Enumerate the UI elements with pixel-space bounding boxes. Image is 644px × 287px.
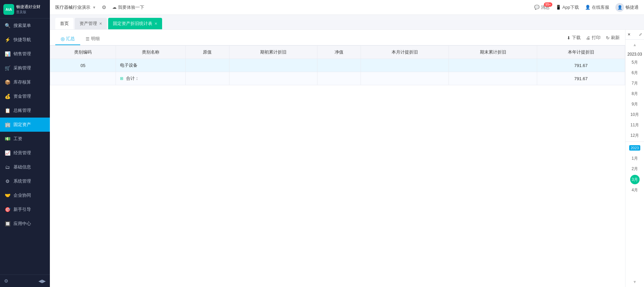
sidebar-label-sysmanage: 系统管理 [13, 178, 31, 184]
sidebar-item-cooperation[interactable]: 🤝 企业协同 [0, 188, 50, 202]
sidebar-collapse-icon[interactable]: ◀▶ [38, 278, 46, 284]
print-label: 打印 [592, 35, 601, 41]
month-item-7[interactable]: 7月 [625, 78, 644, 89]
sidebar-item-quicknav[interactable]: ⚡ 快捷导航 [0, 33, 50, 47]
guide-icon: 🎯 [4, 206, 11, 213]
user-menu-button[interactable]: 👤 畅捷通 [615, 3, 639, 12]
download-label: 下载 [572, 35, 581, 41]
user-avatar: 👤 [615, 3, 624, 12]
purchase-icon: 🛒 [4, 65, 11, 71]
logo-icon: AtA [3, 4, 14, 15]
tab-asset-manage[interactable]: 资产管理 ✕ [75, 18, 107, 29]
year-label-top: 2023.03 [625, 50, 644, 57]
tab-home[interactable]: 首页 [55, 18, 73, 29]
ledger-icon: 📋 [4, 107, 11, 114]
month-list: 5月 6月 7月 8月 9月 10月 11月 12月 2023 1月 2月 3月… [625, 57, 644, 277]
sidebar-item-ledger[interactable]: 📋 总账管理 [0, 103, 50, 118]
month-item-8[interactable]: 8月 [625, 89, 644, 99]
panel-down-arrow[interactable]: ▼ [625, 278, 644, 286]
month-item-5[interactable]: 5月 [625, 57, 644, 68]
tab-asset-close-icon[interactable]: ✕ [99, 22, 102, 26]
sidebar-item-guide[interactable]: 🎯 新手引导 [0, 202, 50, 217]
month-item-1[interactable]: 1月 [625, 153, 644, 164]
month-item-11[interactable]: 11月 [625, 120, 644, 130]
appdownload-icon: 📱 [556, 5, 561, 10]
company-selector[interactable]: 医疗器械行业演示 ▼ [55, 4, 96, 10]
month-item-6[interactable]: 6月 [625, 68, 644, 78]
month-item-10[interactable]: 10月 [625, 109, 644, 120]
total-period-end [449, 72, 537, 85]
month-item-3-active[interactable]: 3月 [630, 175, 640, 184]
service-icon: 👤 [585, 5, 590, 10]
col-period-end-depreciation: 期末累计折旧 [449, 46, 537, 59]
app-download-label: App下载 [562, 4, 579, 10]
panel-expand-icon[interactable]: ⤢ [639, 32, 642, 37]
sub-tabs-bar: ◎ 汇总 ☰ 明细 ⬇ 下载 🖨 打印 [50, 30, 625, 45]
cell-category-code: 05 [50, 59, 116, 72]
sidebar-settings-icon[interactable]: ⚙ [4, 278, 8, 284]
month-item-9[interactable]: 9月 [625, 99, 644, 109]
sidebar-item-bizmanage[interactable]: 📈 经营管理 [0, 146, 50, 160]
total-net [317, 72, 361, 85]
tab-depreciation-close-icon[interactable]: ✕ [154, 22, 157, 26]
sidebar-item-sales[interactable]: 📊 销售管理 [0, 47, 50, 61]
sub-tab-detail[interactable]: ☰ 明细 [80, 33, 105, 45]
summary-circle-icon: ◎ [61, 36, 65, 41]
sales-icon: 📊 [4, 51, 11, 57]
sidebar-label-fixedasset: 固定资产 [13, 122, 31, 128]
cell-category-name: 电子设备 [116, 59, 186, 72]
depreciation-table: 类别编码 类别名称 原值 期初累计折旧 净值 本月计提折旧 期末累计折旧 本年计… [50, 45, 625, 85]
basicinfo-icon: 🗂 [4, 164, 11, 170]
sub-tab-detail-label: 明细 [91, 36, 100, 42]
month-item-4[interactable]: 4月 [625, 185, 644, 195]
topbar-settings-button[interactable]: ⚙ [99, 3, 109, 12]
panel-up-arrow[interactable]: ▲ [625, 41, 644, 49]
tab-depreciation[interactable]: 固定资产折旧统计表 ✕ [108, 18, 162, 29]
online-service-label: 在线客服 [592, 4, 609, 10]
month-item-12[interactable]: 12月 [625, 130, 644, 141]
search-icon: 🔍 [4, 22, 11, 29]
download-button[interactable]: ⬇ 下载 [567, 35, 581, 41]
appcenter-icon: 🔲 [4, 220, 11, 227]
sidebar-item-appcenter[interactable]: 🔲 应用中心 [0, 217, 50, 231]
sub-tab-summary[interactable]: ◎ 汇总 [55, 33, 80, 45]
topbar-right: 💬 消息 99+ 📱 App下载 👤 在线客服 👤 畅捷通 [534, 3, 639, 12]
total-label-text: 合计： [126, 76, 139, 81]
sidebar-item-basicinfo[interactable]: 🗂 基础信息 [0, 160, 50, 174]
total-monthly [361, 72, 449, 85]
logo-text-block: 畅捷通好业财 普及版 [16, 4, 40, 14]
sidebar-item-sysmanage[interactable]: ⚙ 系统管理 [0, 174, 50, 188]
sidebar-item-fixedasset[interactable]: 🏢 固定资产 [0, 118, 50, 132]
experience-label: 我要体验一下 [118, 4, 144, 10]
refresh-icon: ↻ [606, 35, 610, 40]
total-accum [229, 72, 317, 85]
tab-depreciation-label: 固定资产折旧统计表 [113, 21, 152, 27]
col-annual-depreciation: 本年计提折旧 [537, 46, 625, 59]
company-name: 医疗器械行业演示 [55, 4, 90, 10]
logo-subtitle: 普及版 [16, 10, 40, 14]
col-category-code: 类别编码 [50, 46, 116, 59]
sidebar-item-search[interactable]: 🔍 搜索菜单 [0, 19, 50, 33]
sidebar: AtA 畅捷通好业财 普及版 🔍 搜索菜单 ⚡ 快捷导航 📊 销售管理 🛒 采购… [0, 0, 50, 287]
sidebar-label-cooperation: 企业协同 [13, 192, 31, 198]
col-original-value: 原值 [186, 46, 229, 59]
topbar: 医疗器械行业演示 ▼ ⚙ ☁ 我要体验一下 💬 消息 99+ 📱 App下载 👤… [50, 0, 644, 15]
sidebar-label-sales: 销售管理 [13, 51, 31, 57]
print-button[interactable]: 🖨 打印 [586, 35, 601, 41]
sidebar-bottom: ⚙ ◀▶ [0, 275, 50, 287]
panel-close-icon[interactable]: ✕ [627, 32, 631, 37]
message-button[interactable]: 💬 消息 99+ [534, 4, 550, 10]
sidebar-item-inventory[interactable]: 📦 库存核算 [0, 75, 50, 89]
online-service-button[interactable]: 👤 在线客服 [585, 4, 609, 10]
month-item-2[interactable]: 2月 [625, 164, 644, 174]
experience-button[interactable]: ☁ 我要体验一下 [112, 4, 144, 10]
table-row: 05 电子设备 791.67 [50, 59, 625, 72]
col-accum-depreciation: 期初累计折旧 [229, 46, 317, 59]
sidebar-item-purchase[interactable]: 🛒 采购管理 [0, 61, 50, 75]
sidebar-item-finance[interactable]: 💰 资金管理 [0, 89, 50, 103]
col-net-value: 净值 [317, 46, 361, 59]
app-download-button[interactable]: 📱 App下载 [556, 4, 579, 10]
refresh-button[interactable]: ↻ 刷新 [606, 35, 620, 41]
sidebar-item-salary[interactable]: 💵 工资 [0, 132, 50, 146]
download-icon: ⬇ [567, 35, 571, 40]
